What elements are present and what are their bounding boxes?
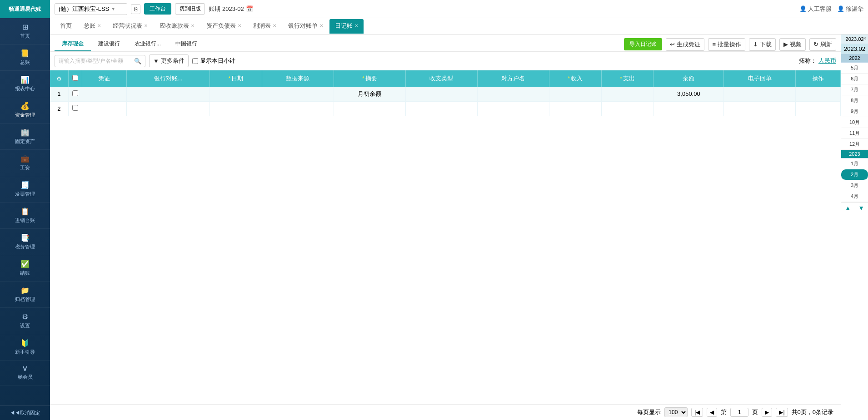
month-2022-12[interactable]: 12月 [841, 139, 868, 150]
refresh-button[interactable]: ↻ 刷新 [809, 38, 836, 51]
cell-income-type [405, 87, 477, 101]
search-placeholder: 请输入摘要/类型/户名/全额 [59, 57, 123, 65]
import-diary-button[interactable]: 导入日记账 [624, 38, 662, 50]
tab-diary[interactable]: 日记账 ✕ [329, 19, 364, 34]
sidebar-item-assets[interactable]: 🏢 固定资产 [0, 124, 50, 150]
workspace-button[interactable]: 工作台 [144, 3, 171, 15]
topbar-right: 👤 人工客服 👤 徐温华 [799, 5, 863, 13]
customer-service[interactable]: 👤 人工客服 [799, 5, 832, 13]
tab-profit[interactable]: 利润表 ✕ [248, 19, 282, 34]
table-wrapper: ⚙ 凭证 银行对账... 日期 数据来源 摘要 收支类型 对方户名 收入 支出 … [50, 70, 841, 404]
month-2023-4[interactable]: 4月 [841, 191, 868, 202]
th-balance: 余额 [653, 70, 724, 87]
month-2022-6[interactable]: 6月 [841, 74, 868, 84]
tab-receivable[interactable]: 应收账款表 ✕ [154, 19, 200, 34]
copy-button[interactable]: ⎘ [131, 4, 140, 14]
th-bank-account: 银行对账... [127, 70, 210, 87]
cell-income [549, 87, 602, 101]
bank-tabs-row: 库存现金 建设银行 农业银行... 中国银行 导入日记账 ↩ 生成凭证 ≡ 批量… [50, 35, 841, 52]
main-area: (勉）江西粮宝-LSS ▼ ⎘ 工作台 切到旧版 账期 2023-02 📅 👤 … [50, 0, 868, 420]
sidebar-label-checkout: 结账 [20, 270, 30, 277]
tab-diary-close[interactable]: ✕ [354, 23, 358, 28]
sidebar-item-settings[interactable]: ⚙ 设置 [0, 308, 50, 334]
company-selector[interactable]: (勉）江西粮宝-LSS ▼ [55, 3, 127, 15]
bank-tab-ccb[interactable]: 建设银行 [91, 37, 127, 51]
row-checkbox[interactable] [72, 90, 78, 96]
tab-profit-close[interactable]: ✕ [273, 23, 276, 28]
tab-bank-close[interactable]: ✕ [319, 23, 323, 28]
month-2022-11[interactable]: 11月 [841, 128, 868, 139]
video-button[interactable]: ▶ 视频 [779, 38, 806, 51]
app-logo[interactable]: 畅通通易代账 [0, 0, 50, 18]
sidebar-label-report: 报表中心 [15, 85, 35, 92]
search-input-wrapper[interactable]: 请输入摘要/类型/户名/全额 🔍 [55, 55, 145, 67]
video-icon: ▶ [783, 41, 788, 48]
tab-assets-close[interactable]: ✕ [238, 23, 241, 28]
sidebar-item-home[interactable]: ⊞ 首页 [0, 18, 50, 44]
date-nav-up[interactable]: ▲ [845, 204, 851, 212]
first-page-button[interactable]: |◀ [691, 408, 703, 417]
tab-home[interactable]: 首页 [55, 19, 77, 34]
sidebar-item-report[interactable]: 📊 报表中心 [0, 71, 50, 97]
cell-balance: 3,050.00 [653, 87, 724, 101]
tab-bank[interactable]: 银行对账单 ✕ [283, 19, 329, 34]
download-button[interactable]: ⬇ 下载 [749, 38, 776, 51]
sidebar-item-salary[interactable]: 💼 工资 [0, 150, 50, 176]
month-2022-8[interactable]: 8月 [841, 95, 868, 106]
next-page-button[interactable]: ▶ [762, 408, 772, 417]
content-area: 库存现金 建设银行 农业银行... 中国银行 导入日记账 ↩ 生成凭证 ≡ 批量… [50, 35, 868, 420]
tab-status[interactable]: 经营状况表 ✕ [107, 19, 153, 34]
tab-ledger-close[interactable]: ✕ [97, 23, 101, 28]
daily-total-checkbox[interactable] [192, 58, 198, 64]
sidebar-item-tax[interactable]: 📑 税务管理 [0, 229, 50, 255]
sidebar-item-guide[interactable]: 🔰 新手引导 [0, 334, 50, 361]
month-2023-3[interactable]: 3月 [841, 180, 868, 191]
switch-old-button[interactable]: 切到旧版 [175, 3, 205, 15]
cell-checkbox[interactable] [68, 87, 82, 101]
tax-icon: 📑 [20, 233, 30, 242]
sidebar-item-finance[interactable]: 💰 资金管理 [0, 97, 50, 124]
per-page-select[interactable]: 100 50 200 [664, 407, 688, 417]
month-2022-5[interactable]: 5月 [841, 63, 868, 74]
user-profile[interactable]: 👤 徐温华 [837, 5, 863, 13]
row-checkbox[interactable] [72, 105, 78, 111]
cell-data-source [262, 87, 334, 101]
bank-tab-boc[interactable]: 中国银行 [168, 37, 205, 51]
th-settings[interactable]: ⚙ [50, 70, 68, 87]
month-2023-2[interactable]: 2月 [841, 169, 868, 180]
tab-status-close[interactable]: ✕ [144, 23, 148, 28]
sidebar-item-sales[interactable]: 📋 进销台账 [0, 203, 50, 229]
month-2023-1[interactable]: 1月 [841, 158, 868, 169]
bank-tab-abc[interactable]: 农业银行... [127, 37, 168, 51]
sidebar-item-archive[interactable]: 📁 归档管理 [0, 282, 50, 308]
guide-icon: 🔰 [20, 339, 30, 347]
sidebar-item-invoice[interactable]: 🧾 发票管理 [0, 176, 50, 203]
prev-page-button[interactable]: ◀ [707, 408, 717, 417]
sidebar-label-member: 畅会员 [18, 374, 33, 380]
last-page-button[interactable]: ▶| [776, 408, 788, 417]
cell-seq: 2 [50, 101, 68, 116]
sidebar-item-checkout[interactable]: ✅ 结账 [0, 255, 50, 282]
unpin-button[interactable]: ◀◀取消固定 [0, 405, 50, 420]
tab-ledger[interactable]: 总账 ✕ [78, 19, 106, 34]
date-close-icon[interactable]: ✕ [863, 35, 867, 41]
select-all-checkbox[interactable] [72, 75, 78, 81]
tab-receivable-close[interactable]: ✕ [191, 23, 195, 28]
month-2022-9[interactable]: 9月 [841, 106, 868, 117]
cell-checkbox[interactable] [68, 101, 82, 116]
sidebar-item-ledger[interactable]: 📒 总账 [0, 44, 50, 71]
batch-operation-button[interactable]: ≡ 批量操作 [708, 38, 745, 51]
month-2022-10[interactable]: 10月 [841, 117, 868, 128]
th-checkbox[interactable] [68, 70, 82, 87]
calendar-icon[interactable]: 📅 [246, 5, 253, 12]
generate-voucher-button[interactable]: ↩ 生成凭证 [666, 38, 704, 51]
tab-assets[interactable]: 资产负债表 ✕ [201, 19, 247, 34]
sidebar-item-member[interactable]: V 畅会员 [0, 361, 50, 385]
sidebar-label-archive: 归档管理 [15, 296, 35, 303]
month-2022-7[interactable]: 7月 [841, 84, 868, 95]
page-input[interactable]: 1 [730, 408, 748, 417]
more-filter-button[interactable]: ▼ 更多条件 [149, 54, 189, 67]
date-nav-down[interactable]: ▼ [858, 204, 864, 212]
daily-total-checkbox-label[interactable]: 显示本日小计 [192, 57, 235, 65]
bank-tab-cash[interactable]: 库存现金 [55, 37, 91, 51]
